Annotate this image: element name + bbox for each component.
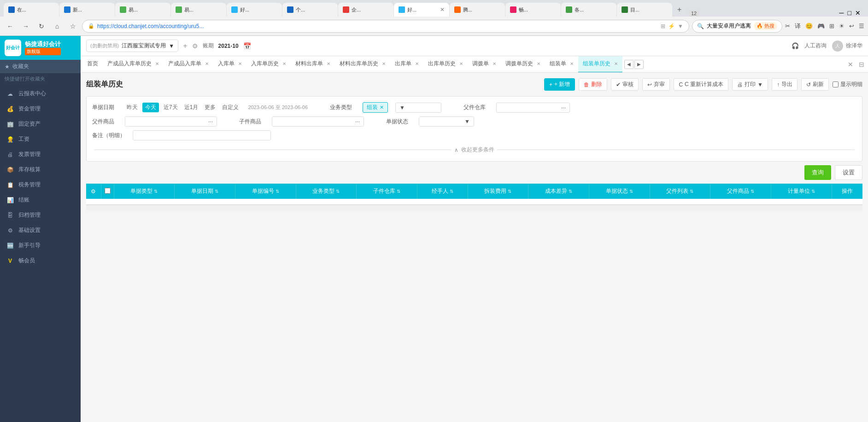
sort-icon[interactable]: ⇅ — [154, 189, 158, 194]
parent-warehouse-dropdown[interactable]: ··· — [496, 103, 570, 113]
more-btn[interactable]: 更多 — [203, 103, 217, 112]
back-button[interactable]: ← — [4, 20, 17, 33]
brightness-icon[interactable]: ☀ — [839, 23, 845, 29]
more-icon[interactable]: ··· — [355, 118, 360, 125]
sub-tab-allot-history[interactable]: 调拨单历史 ✕ — [501, 56, 545, 73]
sidebar-favorites[interactable]: ★ 收藏夹 — [0, 60, 81, 74]
tab-close-icon[interactable]: ✕ — [493, 61, 496, 66]
tab-close-icon[interactable]: ✕ — [382, 61, 386, 66]
more-icon[interactable]: ··· — [561, 104, 566, 111]
delete-button[interactable]: 🗑 删除 — [579, 78, 607, 91]
tab-close-icon[interactable]: ✕ — [440, 6, 445, 13]
custom-btn[interactable]: 自定义 — [220, 103, 240, 112]
scissors-icon[interactable]: ✂ — [785, 23, 790, 29]
sub-tab-home[interactable]: 首页 — [82, 56, 103, 73]
sub-tab-assemble[interactable]: 组装单 ✕ — [545, 56, 578, 73]
show-detail-checkbox[interactable] — [833, 81, 839, 87]
sort-icon[interactable]: ⇅ — [450, 189, 453, 194]
query-button[interactable]: 查询 — [804, 165, 831, 180]
sort-icon[interactable]: ⇅ — [276, 189, 279, 194]
company-selector[interactable]: (勿删勿禁用) 江西服宝测试专用 ▼ — [86, 40, 178, 52]
home-button[interactable]: ⌂ — [51, 20, 64, 33]
sub-tab-in-order[interactable]: 入库单 ✕ — [213, 56, 246, 73]
sort-icon[interactable]: ⇅ — [215, 189, 218, 194]
game-icon[interactable]: 🎮 — [817, 23, 825, 29]
sub-tab-out-order[interactable]: 出库单 ✕ — [390, 56, 423, 73]
filter-settings-button[interactable]: 设置 — [835, 165, 862, 180]
settings-gear-icon[interactable]: ⚙ — [192, 42, 198, 50]
translate-icon[interactable]: 译 — [795, 22, 801, 30]
sidebar-item-basic-settings[interactable]: ⚙ 基础设置 — [0, 223, 81, 238]
sort-icon[interactable]: ⇅ — [336, 189, 340, 194]
sort-icon[interactable]: ⇅ — [811, 189, 815, 194]
tab-close-icon[interactable]: ✕ — [614, 61, 618, 66]
refresh-page-button[interactable]: ↺ 刷新 — [801, 78, 829, 91]
scrollbar-area[interactable] — [86, 205, 862, 210]
maximize-icon[interactable]: □ — [848, 9, 851, 17]
sub-tab-material-out[interactable]: 材料出库单 ✕ — [291, 56, 335, 73]
menu-icon[interactable]: ☰ — [859, 23, 864, 29]
add-company-icon[interactable]: + — [183, 42, 187, 50]
sub-tab-in-history[interactable]: 入库单历史 ✕ — [246, 56, 291, 73]
undo-icon[interactable]: ↩ — [849, 23, 854, 29]
sub-nav-next[interactable]: ▶ — [634, 60, 644, 69]
collapse-bar[interactable]: ∧ 收起更多条件 — [92, 144, 856, 156]
sidebar-item-guide[interactable]: 🆕 新手引导 — [0, 238, 81, 253]
sidebar-item-fund[interactable]: 💰 资金管理 — [0, 101, 81, 116]
sort-icon[interactable]: ⇅ — [397, 189, 400, 194]
audit-button[interactable]: ✔ 审核 — [611, 78, 639, 91]
browser-tab-7[interactable]: 企... — [338, 3, 393, 17]
show-detail-toggle[interactable]: 显示明细 — [833, 81, 862, 88]
browser-tab-2[interactable]: 新... — [59, 3, 115, 17]
browser-tab-5[interactable]: 好... — [227, 3, 282, 17]
tab-close-icon[interactable]: ✕ — [459, 61, 463, 66]
browser-tab-4[interactable]: 易... — [171, 3, 226, 17]
last1m-btn[interactable]: 近1月 — [182, 103, 200, 112]
browser-tab-9[interactable]: 腾... — [450, 3, 505, 17]
sub-tab-assemble-history[interactable]: 组装单历史 ✕ — [578, 56, 622, 73]
sidebar-item-archive[interactable]: 🗄 归档管理 — [0, 208, 81, 223]
sub-nav-prev[interactable]: ◀ — [624, 60, 633, 69]
th-settings[interactable]: ⚙ — [86, 184, 101, 199]
address-bar[interactable]: 🔒 https://cloud.chanjet.com/accounting/u… — [82, 20, 689, 33]
column-settings-icon[interactable]: ⚙ — [91, 188, 96, 195]
yesterday-btn[interactable]: 昨天 — [125, 103, 140, 112]
abandon-button[interactable]: ↩ 弃审 — [642, 78, 670, 91]
close-icon[interactable]: ✕ — [855, 9, 861, 17]
more-tabs-control[interactable]: ⊟ — [857, 60, 866, 69]
sub-tab-out-history[interactable]: 出库单历史 ✕ — [423, 56, 468, 73]
child-goods-dropdown[interactable]: ··· — [272, 116, 364, 127]
browser-tab-12[interactable]: 目... — [617, 3, 672, 17]
sort-icon[interactable]: ⇅ — [751, 189, 754, 194]
browser-tab-3[interactable]: 易... — [115, 3, 170, 17]
tab-close-icon[interactable]: ✕ — [415, 61, 419, 66]
sidebar-item-vip[interactable]: V 畅会员 — [0, 253, 81, 268]
order-status-dropdown[interactable]: ▼ — [419, 116, 474, 127]
sort-icon[interactable]: ⇅ — [690, 189, 693, 194]
sub-tab-product-in-history[interactable]: 产成品入库单历史 ✕ — [103, 56, 164, 73]
sidebar-item-cloud-report[interactable]: ☁ 云报表中心 — [0, 86, 81, 101]
apps-icon[interactable]: ⊞ — [829, 23, 834, 29]
more-icon[interactable]: ··· — [208, 118, 213, 125]
tab-close-icon[interactable]: ✕ — [282, 61, 286, 66]
today-btn[interactable]: 今天 — [142, 103, 159, 112]
sort-icon[interactable]: ⇅ — [569, 189, 572, 194]
export-button[interactable]: ↑ 导出 — [772, 78, 798, 91]
refresh-button[interactable]: ↻ — [35, 20, 48, 33]
last7-btn[interactable]: 近7天 — [162, 103, 180, 112]
sub-tab-product-in[interactable]: 产成品入库单 ✕ — [164, 56, 213, 73]
sidebar-item-inventory[interactable]: 📦 库存核算 — [0, 162, 81, 177]
sidebar-item-invoice[interactable]: 🖨 发票管理 — [0, 147, 81, 162]
th-checkbox[interactable] — [101, 184, 114, 199]
sidebar-item-payroll[interactable]: 👷 工资 — [0, 132, 81, 147]
sort-icon[interactable]: ⇅ — [629, 189, 633, 194]
parent-goods-dropdown[interactable]: ··· — [125, 116, 217, 127]
business-type-dropdown[interactable]: ▼ — [395, 103, 441, 113]
recalculate-button[interactable]: C C 重新计算成本 — [674, 78, 728, 91]
tab-close-icon[interactable]: ✕ — [537, 61, 540, 66]
add-button[interactable]: + + 新增 — [544, 78, 575, 91]
service-label[interactable]: 人工咨询 — [804, 42, 827, 50]
sub-tab-material-out-history[interactable]: 材料出库单历史 ✕ — [335, 56, 390, 73]
select-all-checkbox[interactable] — [105, 188, 111, 194]
calendar-icon[interactable]: 📅 — [243, 42, 251, 50]
